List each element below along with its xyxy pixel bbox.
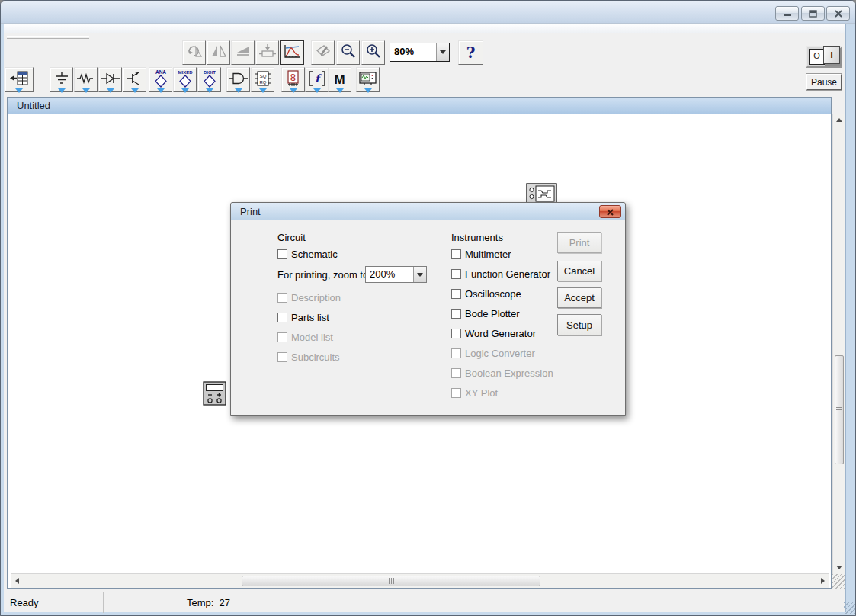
toolbar-grip[interactable] (7, 36, 89, 39)
schematic-checkbox[interactable] (277, 249, 287, 259)
setup-button[interactable]: Setup (557, 314, 601, 335)
arrow-right-icon (821, 578, 825, 584)
scroll-down-button[interactable] (833, 561, 845, 574)
oscilloscope-checkbox[interactable] (451, 289, 461, 299)
logic-converter-row: Logic Converter (451, 348, 535, 358)
rotate-icon (185, 43, 204, 62)
parts-bin-sources-button[interactable] (50, 67, 73, 92)
parts-bin-digital-button[interactable]: SQ RQ (251, 67, 274, 92)
app-window: 80% ? ANA MIXED DIGIT (0, 0, 856, 616)
bode-plotter-checkbox[interactable] (451, 309, 461, 319)
view-zoom-combobox[interactable]: 80% (390, 43, 450, 62)
horizontal-scroll-thumb[interactable] (242, 576, 540, 586)
scroll-right-button[interactable] (816, 574, 829, 588)
bin-dropdown-arrow (58, 88, 66, 93)
parts-bin-diodes-button[interactable] (98, 67, 122, 92)
boolean-expression-checkbox (451, 368, 461, 378)
horizontal-scrollbar[interactable] (11, 573, 829, 588)
maximize-button[interactable] (801, 6, 825, 21)
bode-plotter-row: Bode Plotter (451, 308, 520, 319)
zoom-out-button[interactable] (336, 40, 360, 65)
controls-icon: f (307, 70, 327, 90)
instruments-bin-icon (358, 70, 378, 90)
parts-bin-indicators-button[interactable]: 8 (281, 67, 305, 92)
digital-chip-icon: SQ RQ (252, 69, 274, 91)
parts-bin-basic-button[interactable] (74, 67, 98, 92)
logic-gate-icon (229, 71, 248, 89)
model-list-row: Model list (277, 332, 333, 342)
minimize-button[interactable] (775, 6, 799, 21)
parts-bin-analog-ics-button[interactable]: ANA (149, 67, 172, 92)
close-button[interactable] (826, 6, 850, 21)
window-frame-right (845, 24, 856, 612)
bode-plotter-label: Bode Plotter (465, 308, 520, 319)
parts-bin-controls-button[interactable]: f (305, 67, 329, 92)
subcircuits-checkbox (277, 352, 287, 362)
description-row: Description (277, 292, 341, 303)
help-button[interactable]: ? (458, 40, 483, 65)
vertical-scroll-thumb[interactable] (835, 355, 844, 464)
bin-dropdown-arrow (15, 88, 23, 93)
power-switch[interactable]: O I (806, 46, 842, 68)
zoom-in-button[interactable] (361, 40, 385, 65)
multimeter-row: Multimeter (451, 249, 511, 259)
parts-list-row: Parts list (277, 312, 329, 322)
oscilloscope-row: Oscilloscope (451, 288, 521, 299)
status-empty-cell (104, 592, 181, 613)
view-zoom-dropdown-button[interactable] (436, 43, 449, 61)
chevron-down-icon (417, 273, 423, 277)
instruments-group-label: Instruments (451, 232, 503, 243)
parts-bin-instruments-button[interactable] (356, 67, 380, 92)
cancel-button[interactable]: Cancel (557, 261, 601, 281)
parts-bin-favorites-button[interactable] (5, 67, 34, 92)
pause-button[interactable]: Pause (806, 74, 842, 90)
scrollbar-corner-grip (832, 574, 845, 589)
zoom-prompt-label: For printing, zoom to (277, 269, 368, 281)
analysis-graph-button[interactable] (280, 40, 304, 65)
parts-bin-mixed-ics-button[interactable]: MIXED (173, 67, 197, 92)
accept-button[interactable]: Accept (557, 287, 601, 308)
boolean-expression-label: Boolean Expression (465, 367, 553, 379)
parts-list-checkbox[interactable] (277, 313, 287, 322)
print-dialog-close-button[interactable] (599, 205, 621, 218)
sources-icon (53, 70, 71, 90)
status-bar: Ready Temp: 27 (4, 592, 845, 612)
oscilloscope-label: Oscilloscope (465, 288, 521, 300)
help-icon: ? (466, 43, 476, 62)
bin-dropdown-arrow (157, 88, 165, 93)
scroll-left-button[interactable] (11, 574, 24, 588)
bin-dropdown-arrow (206, 88, 213, 93)
flip-horizontal-button (207, 40, 230, 65)
function-generator-checkbox[interactable] (451, 269, 461, 279)
print-zoom-value: 200% (366, 267, 413, 282)
xy-plot-label: XY Plot (465, 387, 498, 399)
close-icon (835, 10, 842, 18)
parts-bin-logic-gates-button[interactable] (226, 67, 250, 92)
power-on-key[interactable]: I (823, 46, 840, 64)
model-list-checkbox (277, 332, 287, 342)
parts-bin-miscellaneous-button[interactable]: M (328, 67, 351, 92)
schematic-row: Schematic (277, 249, 338, 259)
power-switch-face: O I (809, 49, 839, 65)
print-dialog-titlebar[interactable]: Print (231, 203, 625, 220)
function-generator-label: Function Generator (465, 268, 550, 280)
parts-bin-transistors-button[interactable] (123, 67, 146, 92)
bin-dropdown-arrow (82, 88, 90, 93)
properties-icon (314, 43, 332, 62)
bin-dropdown-arrow (364, 88, 372, 93)
vertical-scrollbar[interactable] (832, 114, 845, 574)
parts-bin-digital-ics-button[interactable]: DIGIT (197, 67, 221, 92)
window-titlebar[interactable] (1, 1, 856, 24)
scroll-up-button[interactable] (833, 114, 845, 127)
multimeter-checkbox[interactable] (451, 249, 461, 259)
window-resize-grip[interactable] (844, 602, 856, 614)
close-icon (607, 205, 614, 219)
word-generator-checkbox[interactable] (451, 329, 461, 338)
print-zoom-combobox[interactable]: 200% (365, 266, 427, 283)
multimeter-device[interactable] (203, 381, 226, 409)
status-temperature: Temp: 27 (181, 592, 261, 613)
xy-plot-row: XY Plot (451, 387, 498, 398)
print-zoom-dropdown-button[interactable] (413, 267, 426, 282)
indicator-icon: 8 (284, 69, 303, 91)
circuit-window-titlebar[interactable]: Untitled (8, 98, 831, 114)
